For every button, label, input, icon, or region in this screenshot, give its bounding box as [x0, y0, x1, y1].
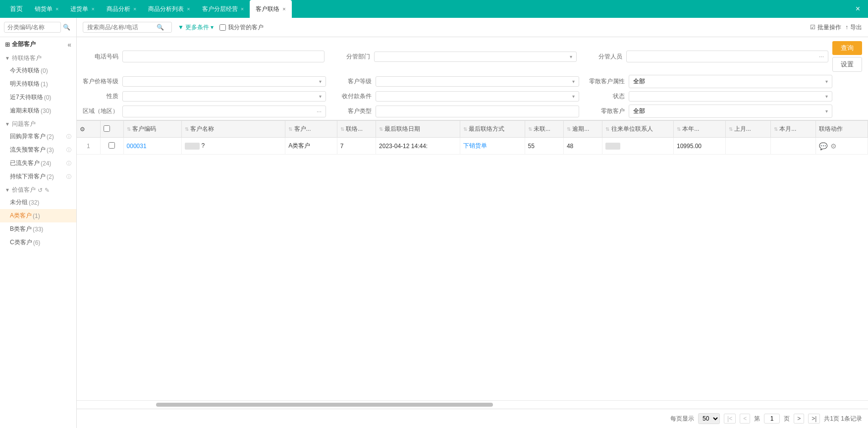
prev-page-button[interactable]: < [740, 414, 750, 424]
nav-tab-customer-contact[interactable]: 客户联络 × [250, 0, 291, 18]
sidebar-item-class-c[interactable]: C类客户(6) [0, 236, 76, 249]
sidebar-search-icon[interactable]: 🔍 [63, 24, 70, 31]
page-number-input[interactable] [764, 414, 780, 424]
close-icon[interactable]: × [282, 6, 285, 12]
customer-grade-dropdown[interactable]: ▾ [376, 76, 579, 87]
scrollbar-track [77, 403, 868, 407]
close-icon[interactable]: × [241, 6, 244, 12]
main-layout: 🔍 ⊞ 全部客户 « ▼ 待联络客户 今天待联络(0) 明天待联络(1) 近7天… [0, 18, 868, 428]
sidebar-item-churned[interactable]: 已流失客户(24) ⓘ [0, 157, 76, 170]
close-icon[interactable]: × [187, 6, 190, 12]
close-icon[interactable]: × [91, 6, 94, 12]
row-checkbox-cell [100, 138, 123, 155]
nav-tab-analysis-list[interactable]: 商品分析列表 × [142, 0, 196, 18]
sidebar-item-class-b[interactable]: B类客户(33) [0, 222, 76, 236]
dept-filter: 分管部门 ▾ [334, 52, 576, 62]
sort-icon: ⇅ [729, 126, 733, 132]
customer-code-link[interactable]: 000031 [127, 143, 147, 150]
price-grade-filter: 客户价格等级 ▾ [83, 76, 326, 87]
manager-input[interactable]: ··· [626, 51, 828, 62]
phone-field[interactable] [127, 53, 320, 60]
nature-dropdown[interactable]: ▾ [122, 91, 326, 102]
nav-tab-sales[interactable]: 销货单 × [29, 0, 64, 18]
filter-row-1: 电话号码 分管部门 ▾ 分管 [83, 41, 862, 72]
sidebar-search-input[interactable] [4, 22, 61, 33]
close-icon[interactable]: × [55, 6, 58, 12]
settings-small-icon[interactable]: ✎ [45, 187, 50, 194]
all-customers-header[interactable]: ⊞ 全部客户 « [0, 37, 76, 52]
customer-type-field[interactable] [380, 108, 575, 115]
close-icon[interactable]: × [133, 6, 136, 12]
chevron-down-icon: ▼ [5, 187, 10, 193]
chevron-down-icon: ▾ [319, 94, 322, 99]
nav-tab-purchase[interactable]: 进货单 × [64, 0, 100, 18]
next-page-button[interactable]: > [794, 414, 804, 424]
last-method-link[interactable]: 下销货单 [463, 142, 487, 149]
more-action-icon[interactable]: ⚙ [830, 142, 837, 150]
sidebar-item-unclassified[interactable]: 未分组(32) [0, 196, 76, 209]
price-grade-dropdown[interactable]: ▾ [122, 76, 326, 87]
first-page-button[interactable]: |< [724, 414, 736, 424]
sidebar-item-today[interactable]: 今天待联络(0) [0, 64, 76, 77]
last-page-button[interactable]: >| [808, 414, 820, 424]
sidebar-item-declining[interactable]: 持续下滑客户(2) ⓘ [0, 170, 76, 183]
uncontacted-cell: 55 [525, 138, 563, 155]
th-gear[interactable]: ⚙ [77, 121, 100, 138]
sidebar-item-7days[interactable]: 近7天待联络(0) [0, 91, 76, 104]
retail-attr-dropdown[interactable]: 全部 ▾ [629, 75, 832, 88]
customer-name-cell: ? [182, 138, 285, 155]
customer-type-cell: A类客户 [285, 138, 337, 155]
th-name: ⇅ 客户名称 [182, 121, 285, 138]
query-button[interactable]: 查询 [832, 41, 862, 55]
nav-home[interactable]: 首页 [4, 0, 29, 18]
collapse-icon[interactable]: « [67, 41, 71, 49]
year-amount-cell: 10995.00 [673, 138, 725, 155]
export-button[interactable]: ↑ 导出 [845, 23, 862, 32]
region-input[interactable]: ··· [122, 106, 326, 117]
more-icon: ··· [819, 53, 824, 60]
scrollbar-thumb[interactable] [156, 403, 493, 407]
sort-icon: ⇅ [185, 126, 189, 132]
dept-dropdown[interactable]: ▾ [374, 52, 576, 62]
horizontal-scrollbar[interactable] [77, 400, 868, 409]
per-page-select[interactable]: 50 [698, 413, 720, 424]
refresh-icon[interactable]: ↺ [38, 187, 43, 194]
close-all-button[interactable]: × [852, 4, 864, 13]
status-dropdown[interactable]: ▾ [629, 91, 832, 102]
sort-icon: ⇅ [463, 126, 467, 132]
gear-icon[interactable]: ⚙ [80, 126, 85, 133]
chevron-down-icon: ▼ [5, 55, 10, 61]
nav-tab-customer-segment[interactable]: 客户分层经营 × [196, 0, 250, 18]
batch-operation-button[interactable]: ☑ 批量操作 [810, 23, 841, 32]
retail-customer-dropdown[interactable]: 全部 ▾ [629, 105, 832, 118]
sidebar-item-tomorrow[interactable]: 明天待联络(1) [0, 77, 76, 91]
sort-icon: ⇅ [379, 126, 383, 132]
nav-tab-analysis[interactable]: 商品分析 × [101, 0, 142, 18]
row-checkbox[interactable] [108, 142, 115, 149]
sidebar-item-overdue[interactable]: 逾期未联络(30) [0, 104, 76, 117]
customer-type-input[interactable] [376, 106, 579, 117]
sort-icon: ⇅ [677, 126, 681, 132]
search-input[interactable] [87, 24, 157, 31]
settings-button[interactable]: 设置 [832, 57, 862, 72]
retail-customer-filter: 零散客户 全部 ▾ [589, 105, 832, 118]
select-all-checkbox[interactable] [104, 125, 110, 132]
sort-icon: ⇅ [288, 126, 292, 132]
group-pending-contact[interactable]: ▼ 待联络客户 [0, 52, 76, 64]
sidebar-item-churn-warning[interactable]: 流失预警客户(3) ⓘ [0, 143, 76, 157]
message-action-icon[interactable]: 💬 [819, 142, 827, 150]
advanced-filters: 电话号码 分管部门 ▾ 分管 [77, 37, 868, 120]
sidebar-item-abnormal-repurchase[interactable]: 回购异常客户(2) ⓘ [0, 130, 76, 143]
more-filters-button[interactable]: ▼ 更多条件 ▾ [178, 23, 214, 32]
contact-person-cell [602, 138, 674, 155]
phone-input[interactable] [122, 51, 325, 62]
th-uncontacted: ⇅ 未联... [525, 121, 563, 138]
chevron-down-icon: ▾ [570, 54, 572, 59]
payment-dropdown[interactable]: ▾ [376, 91, 579, 102]
grid-icon: ⊞ [5, 41, 10, 48]
group-value-customers[interactable]: ▼ 价值客户 ↺ ✎ [0, 183, 76, 196]
sidebar-item-class-a[interactable]: A类客户(1) [0, 209, 76, 222]
group-problem-customers[interactable]: ▼ 问题客户 [0, 117, 76, 130]
search-icon[interactable]: 🔍 [157, 24, 164, 31]
my-customers-checkbox[interactable] [219, 24, 226, 31]
